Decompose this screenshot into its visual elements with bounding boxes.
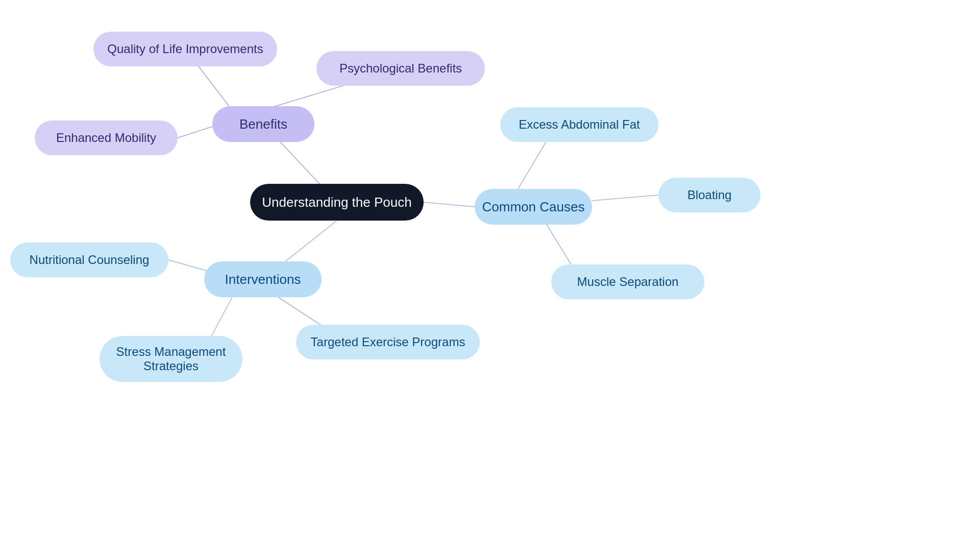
exercise-label: Targeted Exercise Programs	[311, 335, 465, 349]
psych-label: Psychological Benefits	[339, 61, 462, 76]
nutrition-label: Nutritional Counseling	[30, 253, 150, 267]
mobility-node[interactable]: Enhanced Mobility	[35, 121, 178, 155]
benefits-label: Benefits	[239, 116, 287, 132]
fat-node[interactable]: Excess Abdominal Fat	[500, 107, 658, 142]
quality-node[interactable]: Quality of Life Improvements	[93, 32, 277, 66]
svg-line-6	[592, 195, 658, 201]
center-node: Understanding the Pouch	[250, 184, 424, 221]
mobility-label: Enhanced Mobility	[56, 131, 156, 145]
benefits-node[interactable]: Benefits	[212, 106, 314, 142]
causes-node[interactable]: Common Causes	[475, 189, 592, 225]
stress-label: Stress Management Strategies	[100, 345, 242, 373]
center-label: Understanding the Pouch	[262, 195, 411, 210]
interventions-label: Interventions	[225, 272, 301, 287]
nutrition-node[interactable]: Nutritional Counseling	[10, 243, 168, 277]
bloating-node[interactable]: Bloating	[658, 178, 761, 212]
causes-label: Common Causes	[482, 199, 585, 215]
fat-label: Excess Abdominal Fat	[519, 117, 640, 132]
interventions-node[interactable]: Interventions	[204, 261, 322, 297]
exercise-node[interactable]: Targeted Exercise Programs	[296, 325, 480, 359]
svg-line-4	[424, 202, 475, 207]
quality-label: Quality of Life Improvements	[107, 42, 263, 56]
psych-node[interactable]: Psychological Benefits	[316, 51, 485, 86]
muscle-label: Muscle Separation	[577, 275, 679, 289]
bloating-label: Bloating	[688, 188, 732, 202]
stress-node[interactable]: Stress Management Strategies	[100, 336, 242, 382]
muscle-node[interactable]: Muscle Separation	[551, 265, 704, 299]
